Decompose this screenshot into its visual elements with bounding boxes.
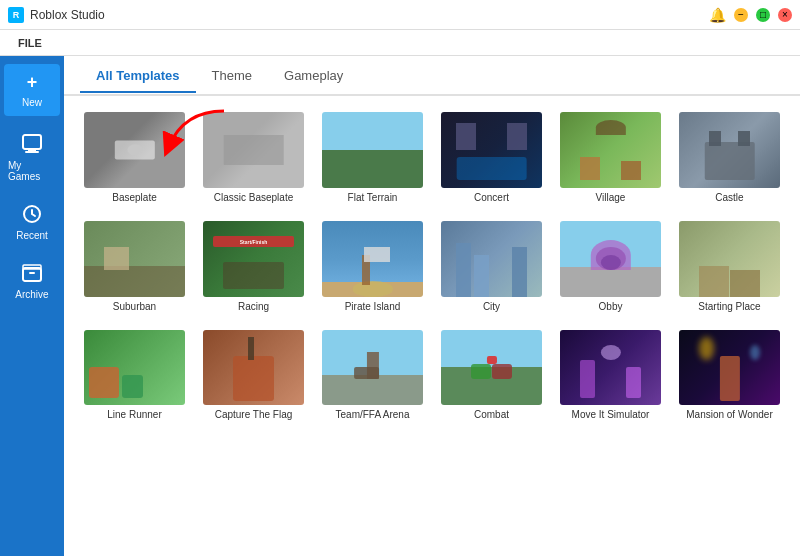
template-obby-label: Obby: [599, 301, 623, 312]
plus-icon: +: [27, 72, 38, 93]
template-team-ffa-arena-label: Team/FFA Arena: [336, 409, 410, 420]
template-flat-terrain-label: Flat Terrain: [348, 192, 398, 203]
template-capture-the-flag-label: Capture The Flag: [215, 409, 293, 420]
template-starting-place-label: Starting Place: [698, 301, 760, 312]
tab-gameplay[interactable]: Gameplay: [268, 60, 359, 93]
template-suburban-label: Suburban: [113, 301, 156, 312]
template-move-it-simulator-label: Move It Simulator: [572, 409, 650, 420]
template-village-label: Village: [596, 192, 626, 203]
archive-label: Archive: [15, 289, 48, 300]
template-city[interactable]: City: [437, 217, 546, 316]
template-starting-place[interactable]: Starting Place: [675, 217, 784, 316]
template-line-runner[interactable]: Line Runner: [80, 326, 189, 425]
template-combat[interactable]: Combat: [437, 326, 546, 425]
template-mansion-of-wonder[interactable]: Mansion of Wonder: [675, 326, 784, 425]
svg-rect-0: [23, 135, 41, 149]
window-controls: − □ ×: [734, 8, 792, 22]
template-move-it-simulator[interactable]: Move It Simulator: [556, 326, 665, 425]
template-classic-baseplate-label: Classic Baseplate: [214, 192, 293, 203]
template-castle[interactable]: Castle: [675, 108, 784, 207]
sidebar-item-archive[interactable]: Archive: [4, 253, 60, 308]
content-area: All Templates Theme Gameplay: [64, 56, 800, 556]
new-label: New: [22, 97, 42, 108]
template-mansion-of-wonder-label: Mansion of Wonder: [686, 409, 773, 420]
recent-label: Recent: [16, 230, 48, 241]
template-castle-label: Castle: [715, 192, 743, 203]
tab-theme[interactable]: Theme: [196, 60, 268, 93]
template-suburban[interactable]: Suburban: [80, 217, 189, 316]
template-combat-label: Combat: [474, 409, 509, 420]
menu-bar: FILE: [0, 30, 800, 56]
template-classic-baseplate[interactable]: Classic Baseplate: [199, 108, 308, 207]
template-concert[interactable]: Concert: [437, 108, 546, 207]
file-menu[interactable]: FILE: [8, 33, 52, 53]
notifications-icon[interactable]: 🔔: [709, 7, 726, 23]
svg-rect-4: [23, 268, 41, 281]
close-button[interactable]: ×: [778, 8, 792, 22]
template-line-runner-label: Line Runner: [107, 409, 161, 420]
new-button[interactable]: + New: [4, 64, 60, 116]
svg-rect-2: [25, 151, 39, 153]
template-team-ffa-arena[interactable]: Team/FFA Arena: [318, 326, 427, 425]
template-village[interactable]: Village: [556, 108, 665, 207]
template-city-label: City: [483, 301, 500, 312]
template-racing-label: Racing: [238, 301, 269, 312]
template-pirate-island-label: Pirate Island: [345, 301, 401, 312]
template-obby[interactable]: Obby: [556, 217, 665, 316]
template-concert-label: Concert: [474, 192, 509, 203]
recent-icon: [20, 202, 44, 226]
minimize-button[interactable]: −: [734, 8, 748, 22]
template-racing[interactable]: Start/Finish Racing: [199, 217, 308, 316]
tabs-bar: All Templates Theme Gameplay: [64, 56, 800, 96]
svg-rect-6: [29, 272, 35, 274]
templates-area: Baseplate Classic Baseplate Flat Terrain: [64, 96, 800, 556]
maximize-button[interactable]: □: [756, 8, 770, 22]
template-baseplate[interactable]: Baseplate: [80, 108, 189, 207]
my-games-icon: [20, 132, 44, 156]
template-flat-terrain[interactable]: Flat Terrain: [318, 108, 427, 207]
app-title: Roblox Studio: [30, 8, 709, 22]
templates-grid: Baseplate Classic Baseplate Flat Terrain: [80, 108, 784, 424]
sidebar: + New My Games Recent: [0, 56, 64, 556]
my-games-label: My Games: [8, 160, 56, 182]
title-bar: R Roblox Studio 🔔 − □ ×: [0, 0, 800, 30]
archive-icon: [20, 261, 44, 285]
main-layout: + New My Games Recent: [0, 56, 800, 556]
template-capture-the-flag[interactable]: Capture The Flag: [199, 326, 308, 425]
sidebar-item-my-games[interactable]: My Games: [4, 124, 60, 190]
app-icon: R: [8, 7, 24, 23]
sidebar-item-recent[interactable]: Recent: [4, 194, 60, 249]
tab-all-templates[interactable]: All Templates: [80, 60, 196, 93]
template-baseplate-label: Baseplate: [112, 192, 156, 203]
template-pirate-island[interactable]: Pirate Island: [318, 217, 427, 316]
